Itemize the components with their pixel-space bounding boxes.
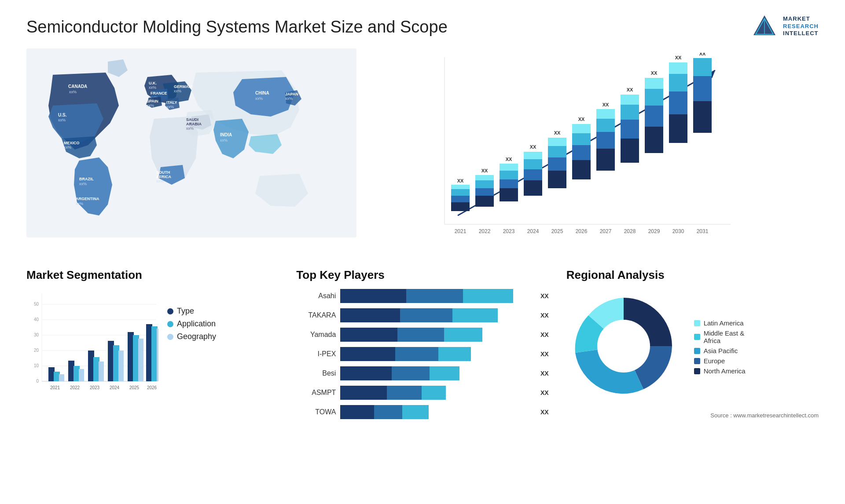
logo-text: MARKET RESEARCH INTELLECT: [783, 15, 819, 38]
svg-text:XX: XX: [675, 55, 682, 60]
player-bar-yamada: [340, 328, 533, 342]
svg-text:XX: XX: [506, 157, 512, 162]
svg-rect-136: [151, 326, 158, 381]
svg-rect-128: [108, 341, 114, 381]
bar-seg1: [340, 386, 387, 400]
legend-geography: Geography: [167, 332, 216, 341]
svg-text:2026: 2026: [147, 385, 157, 390]
svg-text:SOUTH: SOUTH: [156, 170, 170, 175]
player-name-besi: Besi: [296, 369, 336, 377]
svg-rect-41: [451, 202, 470, 211]
color-latin-america: [694, 320, 700, 326]
svg-rect-83: [621, 139, 639, 163]
color-europe: [694, 358, 700, 364]
player-name-asmpt: ASMPT: [296, 389, 336, 397]
svg-rect-85: [621, 105, 639, 120]
growth-chart: XX 2021 XX 2022 XX 2023: [431, 53, 739, 246]
svg-rect-53: [500, 188, 518, 201]
svg-text:xx%: xx%: [255, 96, 263, 101]
svg-text:SPAIN: SPAIN: [147, 99, 158, 103]
svg-text:2025: 2025: [551, 228, 563, 234]
svg-text:2022: 2022: [70, 385, 80, 390]
legend-europe: Europe: [694, 357, 725, 365]
players-title: Top Key Players: [296, 268, 548, 282]
legend-application-dot: [167, 321, 173, 327]
svg-text:CANADA: CANADA: [68, 84, 87, 89]
svg-rect-89: [645, 127, 663, 153]
svg-rect-132: [73, 366, 80, 381]
legend-type: Type: [167, 307, 216, 316]
svg-text:ARABIA: ARABIA: [186, 122, 202, 126]
players-section: Top Key Players Asahi XX: [296, 268, 548, 424]
player-value-ipex: XX: [540, 347, 549, 361]
svg-rect-44: [451, 185, 470, 189]
legend-latin-america: Latin America: [694, 319, 744, 327]
legend-geography-dot: [167, 334, 173, 340]
bar-seg1: [340, 328, 397, 342]
svg-rect-96: [669, 91, 687, 114]
svg-rect-126: [68, 361, 74, 381]
svg-text:0: 0: [36, 379, 39, 383]
segmentation-title: Market Segmentation: [26, 268, 279, 282]
svg-text:2026: 2026: [576, 228, 588, 234]
bar-seg1: [340, 308, 400, 322]
regional-section: Regional Analysis: [566, 268, 819, 424]
bar-seg2: [374, 405, 402, 419]
svg-rect-56: [500, 164, 518, 171]
svg-text:BRAZIL: BRAZIL: [79, 177, 94, 181]
segmentation-section: Market Segmentation 0 10: [26, 268, 279, 424]
svg-rect-101: [693, 101, 712, 133]
svg-text:xx%: xx%: [285, 96, 293, 101]
player-name-yamada: Yamada: [296, 331, 336, 339]
svg-rect-42: [451, 196, 470, 202]
legend-type-dot: [167, 308, 173, 314]
player-bar-asahi: [340, 289, 533, 303]
segmentation-legend: Type Application Geography: [167, 307, 216, 345]
bar-seg1: [340, 289, 406, 303]
player-value-takara: XX: [540, 308, 549, 322]
svg-rect-73: [572, 133, 591, 145]
label-north-america: North America: [704, 367, 746, 375]
svg-text:XX: XX: [699, 53, 706, 56]
svg-text:xx%: xx%: [149, 85, 156, 90]
svg-text:ITALY: ITALY: [166, 100, 177, 105]
svg-text:XX: XX: [627, 87, 633, 92]
svg-text:2024: 2024: [527, 228, 539, 234]
player-row-towa: TOWA XX: [296, 405, 548, 419]
regional-donut: [566, 289, 681, 403]
bar-seg3: [452, 308, 498, 322]
svg-text:10: 10: [34, 363, 39, 368]
legend-north-america: North America: [694, 367, 746, 375]
svg-rect-47: [475, 196, 494, 207]
svg-text:2024: 2024: [110, 385, 120, 390]
bar-seg2: [395, 347, 438, 361]
svg-rect-134: [113, 345, 119, 381]
svg-rect-138: [79, 369, 84, 381]
player-row-takara: TAKARA XX: [296, 308, 548, 322]
label-latin-america: Latin America: [704, 319, 744, 327]
legend-application: Application: [167, 319, 216, 329]
svg-rect-59: [524, 180, 542, 196]
svg-text:XX: XX: [651, 70, 658, 76]
regional-legend: Latin America Middle East &Africa Asia P…: [694, 319, 746, 377]
svg-point-143: [597, 320, 650, 373]
svg-rect-139: [99, 362, 104, 381]
legend-geography-label: Geography: [177, 332, 216, 341]
players-chart: Asahi XX TAKARA: [296, 289, 548, 419]
svg-rect-77: [596, 149, 615, 171]
svg-rect-91: [645, 89, 663, 106]
svg-rect-102: [693, 76, 712, 101]
regional-content: Latin America Middle East &Africa Asia P…: [566, 289, 819, 403]
svg-text:XX: XX: [530, 144, 536, 150]
svg-rect-60: [524, 169, 542, 180]
svg-text:XX: XX: [481, 168, 488, 173]
svg-rect-72: [572, 145, 591, 160]
legend-application-label: Application: [177, 319, 216, 329]
bar-chart-section: XX 2021 XX 2022 XX 2023: [431, 48, 819, 259]
svg-rect-48: [475, 188, 494, 196]
legend-middle-east: Middle East &Africa: [694, 329, 745, 344]
player-row-ipex: I-PEX XX: [296, 347, 548, 361]
svg-text:2021: 2021: [455, 228, 467, 234]
svg-rect-131: [54, 372, 60, 381]
svg-text:xx%: xx%: [69, 90, 77, 94]
